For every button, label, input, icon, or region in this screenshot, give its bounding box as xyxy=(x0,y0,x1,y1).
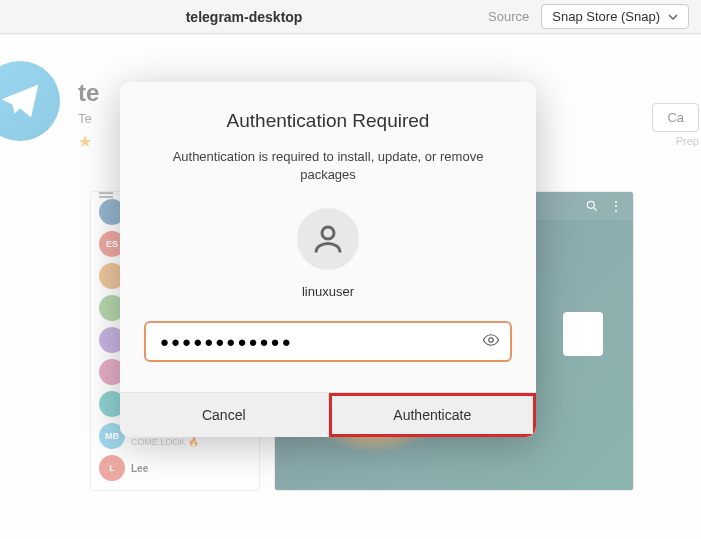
chevron-down-icon xyxy=(668,14,678,20)
dialog-description: Authentication is required to install, u… xyxy=(144,148,512,184)
authenticate-button[interactable]: Authenticate xyxy=(329,393,537,437)
username-label: linuxuser xyxy=(144,284,512,299)
authentication-dialog: Authentication Required Authentication i… xyxy=(120,82,536,437)
cancel-button[interactable]: Cancel xyxy=(120,393,329,437)
toggle-password-visibility-icon[interactable] xyxy=(482,331,500,353)
source-label: Source xyxy=(488,9,529,24)
svg-point-1 xyxy=(322,227,334,239)
window-header: telegram-desktop Source Snap Store (Snap… xyxy=(0,0,701,34)
source-value: Snap Store (Snap) xyxy=(552,9,660,24)
password-input[interactable] xyxy=(144,321,512,362)
svg-point-2 xyxy=(489,338,494,343)
user-avatar-icon xyxy=(297,208,359,270)
dialog-title: Authentication Required xyxy=(144,110,512,132)
window-title: telegram-desktop xyxy=(12,9,476,25)
source-dropdown[interactable]: Snap Store (Snap) xyxy=(541,4,689,29)
